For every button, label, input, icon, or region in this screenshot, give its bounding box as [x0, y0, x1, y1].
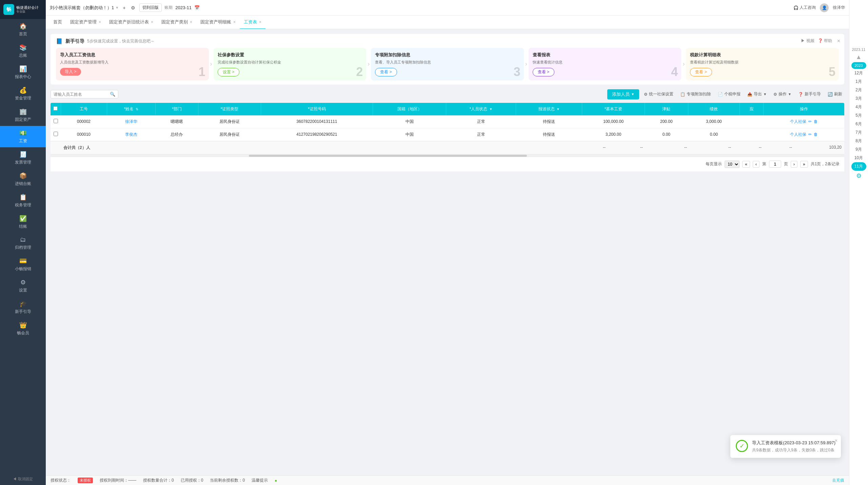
row2-action-label[interactable]: 个人社保 [790, 132, 806, 137]
toast-title: 导入工资表模板(2023-03-23 15:07:59.897) [752, 440, 835, 446]
step4-btn[interactable]: 查看 > [533, 68, 554, 76]
guide-help-link[interactable]: ❓ 帮助 [818, 38, 832, 44]
sidebar-item-salary[interactable]: 💵 工资 [0, 126, 46, 147]
search-box[interactable]: 🔍 [51, 90, 118, 98]
calendar-icon[interactable]: 📅 [194, 5, 200, 10]
close-tab-depreciation[interactable]: × [151, 20, 153, 24]
close-tab-fixed-detail[interactable]: × [233, 20, 236, 24]
add-account-btn[interactable]: + [121, 4, 127, 12]
sidebar-item-home[interactable]: 🏠 首页 [0, 19, 46, 40]
row1-checkbox[interactable] [54, 119, 58, 123]
calendar-oct[interactable]: 10月 [851, 154, 866, 162]
calendar-mar[interactable]: 3月 [851, 94, 866, 103]
page-input[interactable] [769, 161, 781, 168]
export-btn[interactable]: 📤 导出 ▼ [745, 90, 769, 98]
tab-fixed-detail[interactable]: 固定资产明细账 × [196, 16, 240, 29]
sidebar-item-expense[interactable]: 💳 小畅报销 [0, 254, 46, 275]
guide-close-btn[interactable]: × [837, 38, 840, 44]
tab-depreciation[interactable]: 固定资产折旧统计表 × [105, 16, 157, 29]
search-input[interactable] [54, 92, 108, 97]
col-report-status[interactable]: 报送状态 ▼ [516, 103, 582, 115]
scrollbar-thumb[interactable] [249, 155, 527, 157]
sidebar-item-cash[interactable]: 💰 资金管理 [0, 83, 46, 105]
tab-salary[interactable]: 工资表 × [240, 16, 265, 29]
calendar-dec[interactable]: 12月 [851, 69, 866, 77]
sidebar-item-label: 结账 [19, 224, 27, 229]
ai-consult-btn[interactable]: 🎧 人工咨询 [793, 5, 816, 11]
prev-page-btn[interactable]: ‹ [753, 161, 760, 168]
sidebar-item-member[interactable]: 👑 畅会员 [0, 318, 46, 339]
col-name[interactable]: *姓名 ⇅ [107, 103, 155, 115]
special-deduction-btn[interactable]: 📋 专项附加扣除 [678, 90, 713, 98]
account-selector[interactable]: 刘小艳演示账套（勿删勿动！）1 ▼ [50, 5, 119, 11]
calendar-jun[interactable]: 6月 [851, 120, 866, 128]
calendar-up-btn[interactable]: ▲ [856, 54, 862, 61]
row2-delete-icon[interactable]: 🗑 [814, 132, 818, 137]
sidebar-item-reports[interactable]: 📊 报表中心 [0, 62, 46, 83]
row1-action-label[interactable]: 个人社保 [790, 119, 806, 125]
tax-filing-btn[interactable]: 📄 个税申报 [716, 90, 743, 98]
per-page-select[interactable]: 10 20 50 [725, 161, 739, 168]
calendar-jul[interactable]: 7月 [851, 128, 866, 137]
row2-checkbox-cell[interactable] [51, 128, 61, 141]
social-insurance-btn[interactable]: ⚙ 统一社保设置 [642, 90, 675, 98]
calendar-apr[interactable]: 4月 [851, 103, 866, 111]
last-page-btn[interactable]: » [800, 161, 808, 168]
next-page-btn[interactable]: › [791, 161, 797, 168]
sidebar-item-archive[interactable]: 🗂 归档管理 [0, 233, 46, 254]
row2-name[interactable]: 李俊杰 [107, 128, 155, 141]
calendar-sep[interactable]: 9月 [851, 145, 866, 154]
sidebar-item-tax[interactable]: 📋 税务管理 [0, 190, 46, 211]
calendar-nov[interactable]: 11月 [851, 162, 866, 171]
sidebar-item-guide[interactable]: 🎓 新手引导 [0, 297, 46, 318]
new-guide-btn[interactable]: ❓ 新手引导 [796, 90, 823, 98]
row1-checkbox-cell[interactable] [51, 115, 61, 128]
col-status[interactable]: *人员状态 ▼ [446, 103, 516, 115]
row2-apply [740, 128, 764, 141]
close-tab-fixed-category[interactable]: × [190, 20, 192, 24]
sidebar-item-invoice[interactable]: 🧾 发票管理 [0, 147, 46, 169]
tab-fixed-category[interactable]: 固定资产类别 × [157, 16, 196, 29]
tab-home[interactable]: 首页 [49, 16, 66, 29]
cancel-fix-btn[interactable]: ◀ 取消固定 [0, 473, 46, 485]
select-all-cell[interactable] [51, 103, 61, 115]
add-person-btn[interactable]: 添加人员 ▼ [607, 89, 639, 99]
tab-fixed-assets[interactable]: 固定资产管理 × [66, 16, 105, 29]
recharge-btn[interactable]: 去充值 [832, 478, 844, 483]
step2-btn[interactable]: 设置 > [218, 68, 239, 76]
sidebar-item-inventory[interactable]: 📦 进销台账 [0, 169, 46, 190]
select-all-checkbox[interactable] [53, 106, 58, 111]
step3-btn[interactable]: 查看 > [375, 68, 397, 76]
horizontal-scrollbar[interactable] [51, 154, 844, 157]
guide-icon: 🎓 [19, 300, 27, 307]
calendar-jan[interactable]: 1月 [851, 77, 866, 86]
sidebar-item-fixed[interactable]: 🏢 固定资产 [0, 105, 46, 126]
switch-version-btn[interactable]: 切到旧版 [139, 3, 162, 12]
sidebar-item-settings[interactable]: ⚙ 设置 [0, 275, 46, 297]
toast-close-btn[interactable]: × [835, 438, 837, 443]
refresh-btn[interactable]: 🔄 刷新 [826, 90, 844, 98]
row1-edit-icon[interactable]: ✏ [808, 119, 812, 124]
calendar-settings-icon[interactable]: ⚙ [856, 172, 862, 180]
row1-name[interactable]: 徐泽华 [107, 115, 155, 128]
step1-btn[interactable]: 导入 > [60, 68, 81, 76]
step5-btn[interactable]: 查看 > [690, 68, 712, 76]
row2-edit-icon[interactable]: ✏ [808, 132, 812, 137]
guide-video-link[interactable]: ▶ 视频 [801, 38, 814, 44]
close-tab-salary[interactable]: × [259, 20, 261, 24]
close-tab-fixed-assets[interactable]: × [99, 20, 101, 24]
sidebar-item-closing[interactable]: ✅ 结账 [0, 211, 46, 233]
row2-checkbox[interactable] [54, 132, 58, 136]
calendar-may[interactable]: 5月 [851, 111, 866, 120]
first-page-btn[interactable]: « [742, 161, 750, 168]
row1-delete-icon[interactable]: 🗑 [814, 119, 818, 124]
operation-btn[interactable]: ⚙ 操作 ▼ [771, 90, 793, 98]
row2-actions: 个人社保 ✏ 🗑 [764, 128, 844, 141]
calendar-year-2023[interactable]: 2023 [851, 62, 866, 69]
account-name: 刘小艳演示账套（勿删勿动！）1 [50, 5, 114, 11]
settings-btn[interactable]: ⚙ [130, 4, 137, 12]
calendar-feb[interactable]: 2月 [851, 86, 866, 94]
calendar-aug[interactable]: 8月 [851, 137, 866, 145]
table-total-label: 合计共（2）人 [63, 145, 584, 151]
sidebar-item-ledger[interactable]: 📚 总账 [0, 40, 46, 62]
